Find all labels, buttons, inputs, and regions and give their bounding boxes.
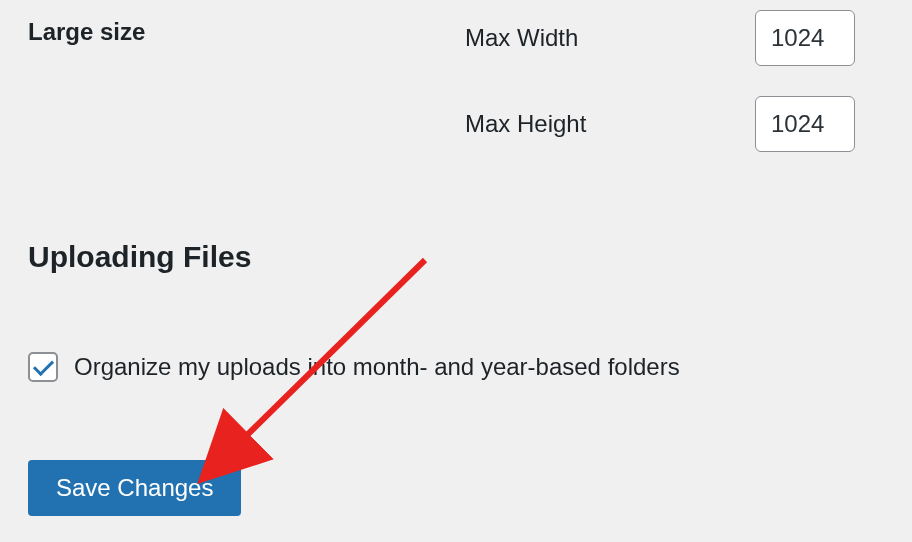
organize-uploads-checkbox[interactable] [28,352,58,382]
large-size-label: Large size [0,10,465,46]
organize-uploads-row: Organize my uploads into month- and year… [0,352,912,382]
uploading-files-heading: Uploading Files [0,240,912,274]
settings-table: Large size Max Width Max Height [0,0,912,162]
svg-line-1 [240,260,425,442]
max-height-group: Max Height [465,96,855,152]
max-width-label: Max Width [465,24,705,52]
max-width-input[interactable] [755,10,855,66]
large-size-row: Large size Max Width Max Height [0,0,912,162]
max-height-label: Max Height [465,110,705,138]
max-width-group: Max Width [465,10,855,66]
organize-uploads-label: Organize my uploads into month- and year… [74,353,680,381]
max-height-input[interactable] [755,96,855,152]
save-changes-button[interactable]: Save Changes [28,460,241,516]
large-size-fields: Max Width Max Height [465,10,855,152]
